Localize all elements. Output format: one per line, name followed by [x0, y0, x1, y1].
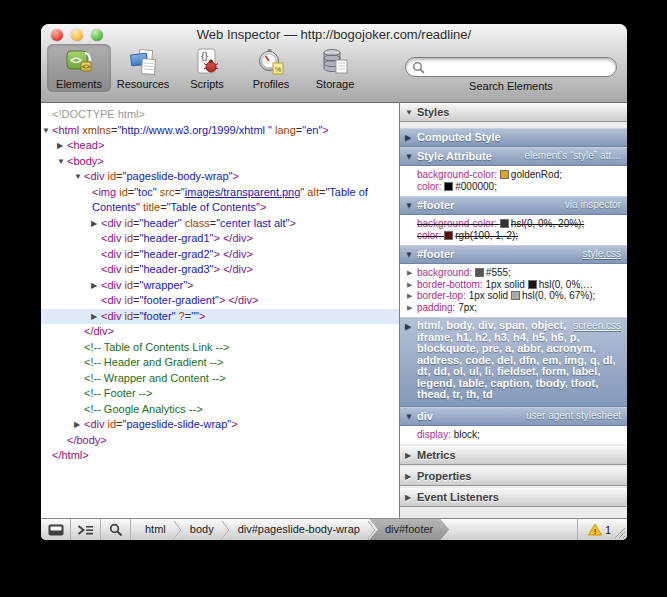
style-section-header[interactable]: ▼style.css#footer: [400, 245, 627, 264]
breadcrumb-item[interactable]: div#pageslide-body-wrap: [232, 519, 366, 540]
tree-row[interactable]: </body>: [41, 433, 399, 449]
style-property[interactable]: color: rgb(100, 1, 2);: [400, 230, 627, 242]
stylesheet-link[interactable]: screen.css: [573, 320, 621, 332]
tree-token-an: title: [143, 201, 160, 213]
style-section-header[interactable]: ▼via inspector#footer: [400, 196, 627, 215]
collapsed-arrow-icon[interactable]: ▶: [405, 492, 411, 504]
style-section-header[interactable]: ▼user agent stylesheetdiv: [400, 407, 627, 426]
collapsed-arrow-icon[interactable]: ▶: [405, 450, 411, 462]
dock-bottom-button[interactable]: [41, 519, 71, 540]
toolbar-button-storage[interactable]: Storage: [303, 44, 367, 92]
breadcrumb-item[interactable]: div#footer: [369, 519, 449, 540]
title-bar[interactable]: Web Inspector — http://bogojoker.com/rea…: [41, 24, 627, 45]
collapsed-arrow-icon[interactable]: ▶: [405, 132, 411, 144]
style-property[interactable]: ▶border-bottom: 1px solid hsl(0, 0%,…: [400, 279, 627, 291]
tree-row[interactable]: <!DOCTYPE html>: [41, 107, 399, 123]
style-section-header[interactable]: ▶Event Listeners: [400, 488, 627, 507]
tree-row[interactable]: ▶<div id="header" class="center last alt…: [41, 216, 399, 232]
expanded-arrow-icon[interactable]: ▼: [405, 200, 413, 212]
tree-token-pl: =": [174, 186, 184, 198]
style-property[interactable]: background-color: goldenRod;: [400, 169, 627, 181]
tree-row[interactable]: <div id="header-grad3"> </div>: [41, 262, 399, 278]
property-value: #555;: [486, 267, 511, 278]
collapsed-arrow-icon[interactable]: ▶: [407, 279, 412, 291]
collapsed-arrow-icon[interactable]: ▶: [407, 290, 412, 302]
color-swatch[interactable]: [500, 219, 509, 228]
style-section-header[interactable]: ▶Properties: [400, 467, 627, 486]
collapsed-arrow-icon[interactable]: ▶: [91, 309, 101, 325]
tree-row[interactable]: <!-- Table of Contents Link -->: [41, 340, 399, 356]
tree-token-av: "header-grad2": [140, 248, 214, 260]
expanded-arrow-icon[interactable]: ▼: [74, 169, 84, 185]
style-section-header[interactable]: ▶Metrics: [400, 446, 627, 465]
expanded-arrow-icon[interactable]: ▼: [42, 123, 52, 139]
expanded-arrow-icon[interactable]: ▼: [405, 151, 413, 163]
tree-row[interactable]: <div id="header-grad1"> </div>: [41, 231, 399, 247]
tree-row[interactable]: ▶<head>: [41, 138, 399, 154]
style-property[interactable]: ▶padding: 7px;: [400, 302, 627, 314]
console-button[interactable]: [71, 519, 101, 540]
tree-row[interactable]: ▼<html xmlns="http://www.w3.org/1999/xht…: [41, 123, 399, 139]
style-section-header[interactable]: ▶Computed Style: [400, 128, 627, 147]
expanded-arrow-icon[interactable]: ▼: [57, 154, 67, 170]
color-swatch[interactable]: [444, 182, 453, 191]
tree-row[interactable]: <!-- Wrapper and Content -->: [41, 371, 399, 387]
tree-row[interactable]: ▶<div id="wrapper">: [41, 278, 399, 294]
style-property[interactable]: color: #000000;: [400, 181, 627, 193]
property-value: hsl(0, 0%,…: [539, 279, 593, 290]
tree-row[interactable]: </div>: [41, 324, 399, 340]
style-property[interactable]: display: block;: [400, 429, 627, 441]
collapsed-arrow-icon[interactable]: ▶: [405, 471, 411, 483]
minimize-button[interactable]: [71, 29, 83, 41]
color-swatch[interactable]: [511, 291, 520, 300]
color-swatch[interactable]: [475, 268, 484, 277]
tree-row[interactable]: ▼<div id="pageslide-body-wrap">: [41, 169, 399, 185]
expanded-arrow-icon[interactable]: ▼: [405, 107, 413, 119]
expanded-arrow-icon[interactable]: ▼: [405, 249, 413, 261]
collapsed-arrow-icon[interactable]: ▶: [407, 267, 412, 279]
style-section-title: div: [417, 410, 433, 422]
tree-row[interactable]: <div id="header-grad2"> </div>: [41, 247, 399, 263]
stylesheet-link[interactable]: style.css: [583, 248, 621, 260]
breadcrumb-item[interactable]: html: [139, 519, 172, 540]
tree-row[interactable]: ▼<body>: [41, 154, 399, 170]
collapsed-arrow-icon[interactable]: ▶: [57, 138, 67, 154]
tree-row[interactable]: ▶<div id="pageslide-slide-wrap">: [41, 417, 399, 433]
search-input[interactable]: [405, 57, 617, 77]
tree-row[interactable]: </html>: [41, 448, 399, 464]
collapsed-arrow-icon[interactable]: ▶: [74, 417, 84, 433]
tree-row[interactable]: ▶<div id="footer" ?="">: [41, 309, 399, 325]
style-property[interactable]: background-color: hsl(0, 0%, 20%);: [400, 218, 627, 230]
tree-row[interactable]: <!-- Header and Gradient -->: [41, 355, 399, 371]
collapsed-arrow-icon[interactable]: ▶: [91, 216, 101, 232]
warnings-area[interactable]: ! 1: [577, 519, 611, 540]
style-property[interactable]: ▶background: #555;: [400, 267, 627, 279]
toolbar-button-resources[interactable]: Resources: [111, 44, 175, 92]
toolbar-button-profiles[interactable]: % Profiles: [239, 44, 303, 92]
expanded-arrow-icon[interactable]: ▼: [405, 411, 413, 423]
color-swatch[interactable]: [528, 280, 537, 289]
color-swatch[interactable]: [500, 170, 509, 179]
collapsed-arrow-icon[interactable]: ▶: [91, 278, 101, 294]
tree-row[interactable]: <img id="toc" src="images/transparent.pn…: [41, 185, 399, 216]
style-section-header[interactable]: ▼element’s “style” att…Style Attribute: [400, 147, 627, 166]
tree-row[interactable]: <!-- Footer -->: [41, 386, 399, 402]
style-section-header[interactable]: ▼Styles: [400, 103, 627, 122]
style-property[interactable]: ▶border-top: 1px solid hsl(0, 0%, 67%);: [400, 290, 627, 302]
breadcrumb-item[interactable]: body: [184, 519, 220, 540]
tree-row[interactable]: <!-- Google Analytics -->: [41, 402, 399, 418]
collapsed-arrow-icon[interactable]: ▶: [407, 302, 412, 314]
tree-row[interactable]: <div id="footer-gradient"> </div>: [41, 293, 399, 309]
style-section-header[interactable]: ▶screen.csshtml, body, div, span, object…: [400, 317, 627, 407]
color-swatch[interactable]: [444, 231, 453, 240]
resize-grip-icon[interactable]: [613, 526, 626, 539]
toolbar-button-scripts[interactable]: {} Scripts: [175, 44, 239, 92]
tree-token-av: "http://www.w3.org/1999/xhtml ": [117, 124, 272, 136]
dock-bottom-icon: [48, 524, 64, 536]
collapsed-arrow-icon[interactable]: ▶: [405, 321, 411, 333]
toolbar-button-elements[interactable]: <> <> Elements: [47, 44, 111, 92]
zoom-button[interactable]: [91, 29, 103, 41]
close-button[interactable]: [51, 29, 63, 41]
node-search-button[interactable]: [101, 519, 131, 540]
style-section-title: #footer: [417, 248, 454, 260]
